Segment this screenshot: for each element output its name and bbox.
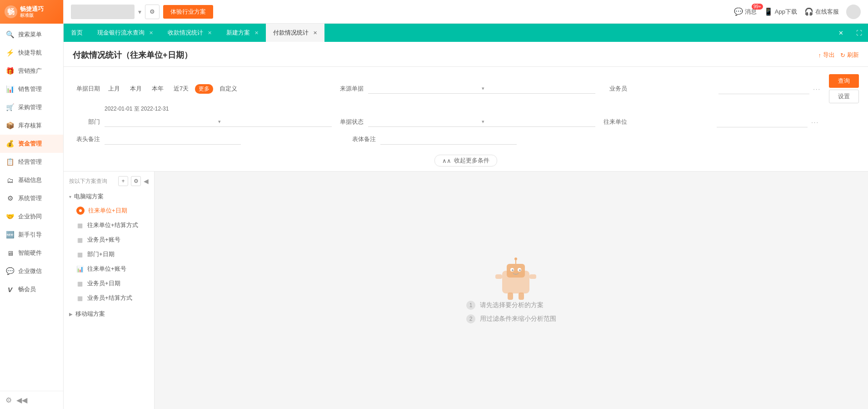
sidebar-item-purchase[interactable]: 🛒 采购管理: [0, 98, 63, 116]
app-download-btn[interactable]: 📱 App下载: [764, 7, 797, 16]
add-scheme-btn[interactable]: +: [118, 176, 128, 186]
date-range-text: 2022-01-01 至 2022-12-31: [105, 105, 169, 113]
sidebar-item-system[interactable]: ⚙ 系统管理: [0, 189, 63, 207]
sidebar-item-guide[interactable]: 🆕 新手引导: [0, 226, 63, 244]
user-avatar[interactable]: [846, 5, 861, 19]
dept-filter-label: 部门: [73, 118, 105, 126]
table-icon: ▦: [76, 251, 84, 258]
export-btn[interactable]: ↑ 导出: [818, 51, 835, 59]
filter-row-1: 单据日期 上月 本月 本年 近7天 更多 自定义 来源单据 ▾: [73, 74, 859, 103]
notifications-btn[interactable]: 💬 消息 99+: [734, 7, 757, 16]
close-window-btn[interactable]: ✕: [832, 24, 850, 42]
query-btn[interactable]: 查询: [829, 74, 859, 88]
tab-home[interactable]: 首页: [64, 24, 90, 42]
scheme-item-partner-settle[interactable]: ▦ 往来单位+结算方式: [64, 218, 154, 232]
source-filter-value: ▾: [368, 84, 595, 94]
tip-number-2: 2: [466, 314, 475, 323]
partner-more-btn[interactable]: ···: [811, 119, 819, 126]
sidebar-item-inventory[interactable]: 📦 库存核算: [0, 116, 63, 135]
tab-close-icon[interactable]: ✕: [254, 30, 259, 36]
scheme-panel-collapse-btn[interactable]: ◀: [144, 177, 149, 185]
collapse-sidebar-btn[interactable]: ◀◀: [16, 396, 27, 404]
page-header: 付款情况统计（往来单位+日期） ↑ 导出 ↻ 刷新: [64, 42, 868, 67]
sidebar-item-operation[interactable]: 📋 经营管理: [0, 153, 63, 171]
table-icon: ▦: [76, 222, 84, 229]
export-label: 导出: [823, 51, 835, 59]
sidebar-item-wechat-work[interactable]: 💬 企业微信: [0, 262, 63, 280]
tab-receipt-stat[interactable]: 收款情况统计 ✕: [160, 24, 219, 42]
date-option-last-month[interactable]: 上月: [105, 83, 124, 94]
date-option-this-year[interactable]: 本年: [148, 83, 167, 94]
topnav-right: ✕ ⛶: [832, 24, 868, 42]
tab-label: 收款情况统计: [168, 29, 203, 37]
sidebar-label: 库存核算: [18, 121, 42, 130]
tab-close-icon[interactable]: ✕: [313, 30, 317, 36]
scheme-item-partner-account[interactable]: 📊 往来单位+账号: [64, 262, 154, 276]
tab-close-icon[interactable]: ✕: [149, 30, 153, 36]
sidebar-item-collaboration[interactable]: 🤝 企业协同: [0, 207, 63, 226]
message-icon: 💬: [734, 7, 743, 16]
date-option-custom[interactable]: 自定义: [216, 83, 241, 94]
sidebar-item-search-menu[interactable]: 🔍 搜索菜单: [0, 25, 63, 44]
scheme-group-pc: ▾ 电脑端方案 往来单位+日期 ▦ 往来单位+结算方式 ▦ 业务员+账号: [64, 190, 154, 305]
sidebar-item-basic-info[interactable]: 🗂 基础信息: [0, 171, 63, 189]
doc-status-select[interactable]: ▾: [368, 117, 595, 127]
partner-input[interactable]: [717, 116, 808, 127]
scheme-group-mobile-title[interactable]: ▶ 移动端方案: [64, 307, 154, 321]
sidebar-item-hardware[interactable]: 🖥 智能硬件: [0, 244, 63, 262]
tab-payment-stat[interactable]: 付款情况统计 ✕: [266, 24, 324, 42]
svg-rect-9: [529, 274, 536, 279]
filter-row-2: 部门 ▾ 单据状态 ▾ 往来单位 ···: [73, 116, 859, 127]
scheme-settings-btn[interactable]: ⚙: [131, 176, 141, 186]
vip-icon: V: [5, 285, 15, 294]
date-option-this-month[interactable]: 本月: [126, 83, 145, 94]
tab-new-scheme[interactable]: 新建方案 ✕: [219, 24, 266, 42]
content-area: 按以下方案查询 + ⚙ ◀ ▾ 电脑端方案 往来单位+日期: [64, 172, 868, 409]
settings-footer-icon[interactable]: ⚙: [5, 396, 12, 404]
header-note-input[interactable]: [105, 134, 241, 145]
collapse-label: 收起更多条件: [454, 157, 489, 165]
svg-rect-1: [507, 264, 525, 278]
app-topbar: ▾ ⚙ 体验行业方案 💬 消息 99+ 📱 App下载 🎧 在线客服: [64, 0, 868, 24]
sidebar-item-sales[interactable]: 📊 销售管理: [0, 80, 63, 98]
breadcrumb-dropdown[interactable]: ▾: [138, 8, 141, 15]
topbar-left: ▾ ⚙ 体验行业方案: [71, 5, 728, 19]
trial-industry-btn[interactable]: 体验行业方案: [163, 5, 213, 19]
online-service-btn[interactable]: 🎧 在线客服: [804, 7, 839, 16]
scheme-item-label: 业务员+账号: [87, 236, 120, 244]
scheme-item-agent-date[interactable]: ▦ 业务员+日期: [64, 276, 154, 291]
scheme-item-agent-settle[interactable]: ▦ 业务员+结算方式: [64, 291, 154, 305]
scheme-item-partner-date[interactable]: 往来单位+日期: [64, 203, 154, 218]
tab-bank-flow[interactable]: 现金银行流水查询 ✕: [90, 24, 160, 42]
date-option-more[interactable]: 更多: [195, 84, 213, 94]
settings-topbar-btn[interactable]: ⚙: [145, 5, 160, 19]
agent-input[interactable]: [718, 83, 809, 94]
date-option-7days[interactable]: 近7天: [170, 83, 192, 94]
header-note-label: 表头备注: [73, 135, 105, 143]
refresh-btn[interactable]: ↻ 刷新: [840, 51, 859, 59]
scheme-group-pc-title[interactable]: ▾ 电脑端方案: [64, 190, 154, 203]
sidebar-item-marketing[interactable]: 🎁 营销推广: [0, 62, 63, 80]
main-panel: 1 请先选择要分析的方案 2 用过滤条件来缩小分析范围: [155, 172, 868, 409]
maximize-btn[interactable]: ⛶: [850, 24, 868, 42]
group-expand-icon: ▶: [69, 312, 73, 317]
agent-more-btn[interactable]: ···: [813, 86, 821, 92]
tab-label: 付款情况统计: [273, 29, 309, 37]
refresh-icon: ↻: [840, 52, 845, 59]
scheme-item-label: 部门+日期: [87, 250, 115, 258]
tab-close-icon[interactable]: ✕: [208, 30, 212, 36]
sidebar-item-quick-nav[interactable]: ⚡ 快捷导航: [0, 44, 63, 62]
set-btn[interactable]: 设置: [829, 90, 859, 103]
sidebar-item-finance[interactable]: 💰 资金管理: [0, 135, 63, 153]
collapse-btn[interactable]: ∧∧ 收起更多条件: [434, 155, 497, 167]
scheme-item-label: 业务员+结算方式: [87, 294, 132, 302]
chart-bar-icon: 📊: [76, 265, 84, 273]
sidebar-item-membership[interactable]: V 畅会员: [0, 280, 63, 298]
dept-select[interactable]: ▾: [105, 117, 332, 127]
scheme-item-dept-date[interactable]: ▦ 部门+日期: [64, 247, 154, 262]
app-edition: 标准版: [20, 13, 44, 18]
scheme-item-agent-account[interactable]: ▦ 业务员+账号: [64, 232, 154, 247]
body-note-input[interactable]: [380, 134, 517, 145]
scheme-group-mobile: ▶ 移动端方案: [64, 307, 154, 321]
source-select[interactable]: ▾: [368, 84, 595, 94]
